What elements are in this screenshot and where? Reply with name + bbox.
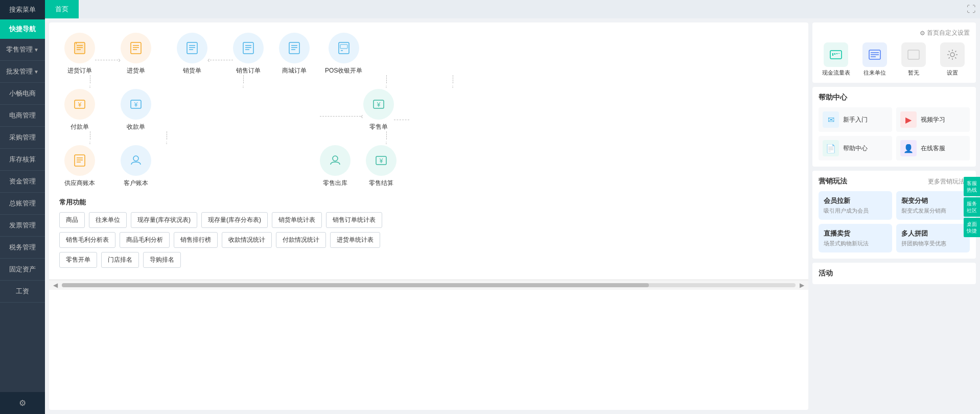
func-btn-payment-stat[interactable]: 付款情况统计 (276, 232, 326, 248)
chevron-down-icon: ▼ (34, 69, 39, 75)
sale-icon (177, 33, 207, 63)
flow-node-supplier-account[interactable]: 供应商账本 (64, 145, 95, 188)
flow-node-retail-settle[interactable]: ¥ 零售结算 (366, 145, 396, 188)
svg-rect-30 (75, 155, 85, 166)
func-btn-stock-status[interactable]: 现存量(库存状况表) (131, 212, 197, 228)
float-btn-hotline[interactable]: 客服热线 (964, 177, 980, 196)
service-icon: 👤 (900, 140, 917, 156)
func-btn-store-rank[interactable]: 门店排名 (101, 252, 139, 268)
flow-node-receipt[interactable]: ¥ 收款单 (121, 89, 151, 131)
scroll-right-button[interactable]: ▶ (800, 282, 804, 289)
mall-order-icon (279, 33, 310, 63)
activity-section: 活动 (812, 263, 976, 284)
common-functions: 常用功能 商品 往来单位 现存量(库存状况表) 现存量(库存分布表) 销货单统计… (49, 193, 808, 280)
func-btn-sale-stat[interactable]: 销货单统计表 (272, 212, 322, 228)
help-grid: ✉ 新手入门 ▶ 视频学习 📄 帮助中心 👤 在线客服 (819, 107, 970, 160)
supplier-account-icon (64, 145, 95, 176)
purchase-order-icon (64, 33, 95, 63)
quick-icon-none[interactable]: 暂无 (896, 42, 931, 77)
quick-icon-settings[interactable]: 设置 (935, 42, 970, 77)
settings-label: 设置 (947, 69, 958, 77)
sidebar-item-finance[interactable]: 资金管理 (0, 171, 45, 193)
help-item-help[interactable]: 📄 帮助中心 (819, 136, 892, 160)
marketing-item-fission[interactable]: 裂变分销 裂变式发展分销商 (896, 191, 970, 220)
retail-out-icon (320, 145, 351, 176)
marketing-section: 营销玩法 更多营销玩法 > 会员拉新 吸引用户成为会员 裂变分销 裂变式发展分销… (812, 171, 976, 259)
help-item-video[interactable]: ▶ 视频学习 (896, 107, 970, 132)
svg-text:¥: ¥ (134, 101, 138, 108)
func-btn-goods[interactable]: 商品 (59, 212, 85, 228)
scroll-left-button[interactable]: ◀ (53, 282, 58, 289)
float-btn-desktop[interactable]: 桌面快捷 (964, 218, 980, 237)
settings-icon (940, 42, 965, 67)
func-btn-partners[interactable]: 往来单位 (89, 212, 127, 228)
help-title: 帮助中心 (819, 93, 970, 102)
marketing-item-live[interactable]: 直播卖货 场景式购物新玩法 (819, 224, 892, 252)
retail-settle-icon: ¥ (366, 145, 396, 176)
sidebar-settings[interactable]: ⚙ (0, 392, 45, 414)
flow-node-purchase-order[interactable]: 进货订单 (64, 33, 95, 75)
marketing-item-group[interactable]: 多人拼团 拼团购物享受优惠 (896, 224, 970, 252)
svg-rect-9 (187, 42, 197, 54)
func-btn-retail-order[interactable]: 零售开单 (59, 252, 97, 268)
sidebar-item-invoice[interactable]: 发票管理 (0, 215, 45, 237)
customize-link[interactable]: ⚙ 首页自定义设置 (920, 29, 970, 37)
func-btn-guide-rank[interactable]: 导购排名 (143, 252, 181, 268)
marketing-title: 营销玩法 (819, 177, 847, 186)
sidebar-item-purchase[interactable]: 采购管理 (0, 127, 45, 149)
flow-node-sale-order[interactable]: 销售订单 (233, 33, 264, 75)
flow-node-sale[interactable]: 销货单 (177, 33, 207, 75)
func-row-2: 销售毛利分析表 商品毛利分析 销售排行榜 收款情况统计 付款情况统计 进货单统计… (59, 232, 798, 248)
partners-label: 往来单位 (864, 69, 886, 77)
quick-icon-cashflow[interactable]: 现金流量表 (819, 42, 853, 77)
func-btn-goods-profit[interactable]: 商品毛利分析 (120, 232, 170, 248)
sidebar-item-retail[interactable]: 零售管理 ▼ (0, 39, 45, 61)
sidebar-item-assets[interactable]: 固定资产 (0, 259, 45, 281)
svg-rect-47 (908, 50, 919, 59)
sidebar-item-salary[interactable]: 工资 (0, 281, 45, 303)
func-btn-sale-profit[interactable]: 销售毛利分析表 (59, 232, 115, 248)
flow-node-payment[interactable]: ¥ 付款单 (64, 89, 95, 131)
sidebar-item-ecommerce-manage[interactable]: 电商管理 (0, 105, 45, 127)
func-btn-stock-dist[interactable]: 现存量(库存分布表) (201, 212, 268, 228)
scroll-thumb[interactable] (62, 283, 649, 287)
flow-node-retail[interactable]: ¥ 零售单 (363, 89, 394, 131)
sidebar-item-ledger[interactable]: 总账管理 (0, 193, 45, 215)
help-item-service[interactable]: 👤 在线客服 (896, 136, 970, 160)
help-section: 帮助中心 ✉ 新手入门 ▶ 视频学习 📄 帮助中心 👤 (812, 87, 976, 167)
none-label: 暂无 (908, 69, 919, 77)
flow-node-retail-out[interactable]: 零售出库 (320, 145, 351, 188)
svg-rect-0 (75, 42, 85, 54)
svg-point-34 (133, 156, 138, 161)
func-btn-receipt-stat[interactable]: 收款情况统计 (222, 232, 272, 248)
flow-node-pos[interactable]: POS收银开单 (325, 33, 362, 75)
svg-rect-5 (131, 42, 141, 54)
beginner-icon: ✉ (823, 111, 839, 128)
svg-point-35 (333, 156, 338, 161)
scroll-track[interactable] (62, 283, 796, 287)
sidebar-item-ecommerce-small[interactable]: 小畅电商 (0, 83, 45, 105)
fullscreen-button[interactable]: ⛶ (967, 4, 980, 15)
purchase-icon (121, 33, 151, 63)
flow-node-customer-account[interactable]: 客户账本 (121, 145, 151, 188)
svg-rect-17 (289, 42, 299, 54)
float-btn-community[interactable]: 服务社区 (964, 197, 980, 217)
marketing-item-member[interactable]: 会员拉新 吸引用户成为会员 (819, 191, 892, 220)
func-btn-sale-order-stat[interactable]: 销售订单统计表 (326, 212, 382, 228)
horizontal-scrollbar[interactable]: ◀ ▶ (49, 280, 808, 290)
sidebar-item-inventory[interactable]: 库存核算 (0, 149, 45, 171)
common-funcs-title: 常用功能 (59, 198, 798, 207)
sidebar-item-wholesale[interactable]: 批发管理 ▼ (0, 61, 45, 83)
sidebar-search[interactable]: 搜索菜单 (0, 0, 45, 19)
tab-home[interactable]: 首页 (45, 0, 79, 18)
sale-order-icon (233, 33, 264, 63)
quick-icon-partners[interactable]: 往来单位 (857, 42, 892, 77)
help-item-beginner[interactable]: ✉ 新手入门 (819, 107, 892, 132)
func-btn-sale-rank[interactable]: 销售排行榜 (174, 232, 218, 248)
func-btn-purchase-stat[interactable]: 进货单统计表 (330, 232, 380, 248)
func-row-1: 商品 往来单位 现存量(库存状况表) 现存量(库存分布表) 销货单统计表 销售订… (59, 212, 798, 228)
sidebar-item-tax[interactable]: 税务管理 (0, 237, 45, 259)
flow-node-mall-order[interactable]: 商城订单 (279, 33, 310, 75)
pos-icon (329, 33, 359, 63)
flow-node-purchase[interactable]: 进货单 (121, 33, 151, 75)
